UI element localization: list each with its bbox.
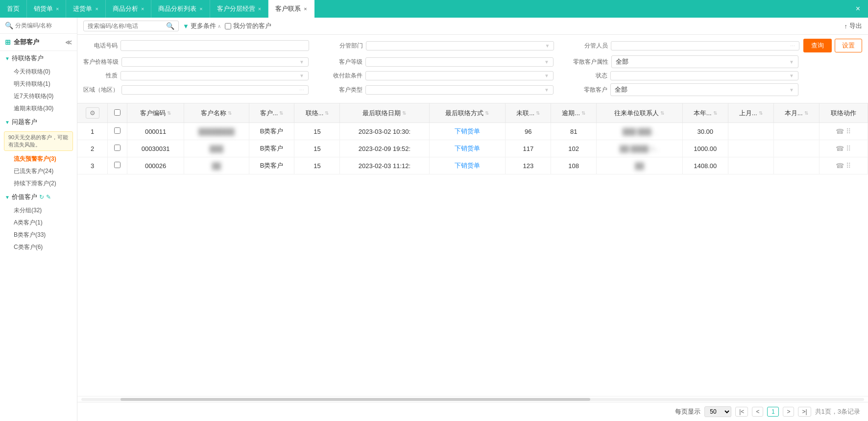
col-last-date[interactable]: 最后联络日期⇅ [340,103,429,123]
col-no-contact[interactable]: 未联...⇅ [506,103,551,123]
sidebar-group-problem-title[interactable]: ▼ 问题客户 [0,115,77,129]
zero-attr-label: 零散客户属性 [573,58,608,66]
more-action-icon[interactable]: ⠿ [846,162,851,170]
sidebar-item-class-b[interactable]: B类客户(33) [9,229,77,241]
table-row: 1 000011 ████████ B类客户 15 2023-03-02 10:… [77,123,868,140]
cell-last-date: 2023-03-02 10:30: [340,123,429,140]
window-close-button[interactable]: × [848,4,868,13]
close-icon[interactable]: × [141,6,144,12]
cell-this-month [773,140,819,157]
col-unit-contact[interactable]: 往来单位联系人⇅ [597,103,683,123]
row-checkbox[interactable] [114,127,121,134]
tab-analysis[interactable]: 商品分析 × [106,0,151,18]
sidebar-group-pending: ▼ 待联络客户 今天待联络(0) 明天待联络(1) 近7天待联络(0) 逾期未联… [0,51,77,115]
more-action-icon[interactable]: ⠿ [846,127,851,135]
sidebar-item-churn-warning[interactable]: 流失预警客户(3) [9,153,77,165]
close-icon[interactable]: × [56,6,59,12]
sidebar-item-declining[interactable]: 持续下滑客户(2) [9,177,77,190]
cell-no: 2 [77,140,108,157]
my-customers-check[interactable] [225,23,231,29]
first-page-button[interactable]: |< [735,407,748,417]
status-select[interactable]: ▼ [610,71,798,80]
zero-customer-select[interactable]: 全部 ▼ [610,83,798,96]
cell-contact-count: 15 [294,157,340,174]
zero-attr-select[interactable]: 全部 ▼ [611,55,798,68]
zero-customer-label: 零散客户 [573,86,607,94]
sidebar-item-ungrouped[interactable]: 未分组(32) [9,204,77,217]
customer-level-label: 客户等级 [328,58,362,66]
gear-button[interactable]: ⚙ [86,107,99,119]
close-icon[interactable]: × [199,6,202,12]
col-name[interactable]: 客户名称⇅ [184,103,249,123]
prev-page-button[interactable]: < [752,407,763,417]
select-all-checkbox[interactable] [114,109,121,116]
tab-analysis-list[interactable]: 商品分析列表 × [151,0,210,18]
sidebar-item-churned[interactable]: 已流失客户(24) [9,165,77,177]
sidebar-item-today[interactable]: 今天待联络(0) [9,66,77,78]
close-icon[interactable]: × [95,6,98,12]
sidebar-item-overdue[interactable]: 逾期未联络(30) [9,102,77,115]
tab-home[interactable]: 首页 [0,0,27,18]
contact-icon[interactable]: ☎ [836,127,844,135]
col-last-method[interactable]: 最后联络方式⇅ [429,103,506,123]
tab-sales[interactable]: 销货单 × [27,0,66,18]
sort-icon: ⇅ [759,110,763,116]
col-last-month[interactable]: 上月...⇅ [728,103,773,123]
region-select[interactable]: ⋯ [121,85,309,95]
dept-select[interactable]: ▼ [366,41,555,50]
sidebar-item-week[interactable]: 近7天待联络(0) [9,90,77,102]
more-action-icon[interactable]: ⠿ [846,145,851,152]
cell-customer-type: B类客户 [249,157,294,174]
phone-input[interactable] [121,40,309,51]
nature-select[interactable]: ▼ [121,71,309,80]
row-checkbox[interactable] [114,162,121,168]
last-method-link[interactable]: 下销货单 [455,145,480,152]
sidebar-group-pending-title[interactable]: ▼ 待联络客户 [0,51,77,66]
sidebar-item-class-a[interactable]: A类客户(1) [9,217,77,229]
col-code[interactable]: 客户编码⇅ [127,103,184,123]
scrollbar-thumb[interactable] [121,398,590,401]
sidebar-search-input[interactable] [15,22,77,29]
sidebar-group-value-title[interactable]: ▼ 价值客户 ↻ ✎ [0,190,77,204]
col-this-year[interactable]: 本年...⇅ [682,103,728,123]
col-overdue[interactable]: 逾期...⇅ [551,103,597,123]
filter-zero-attr: 零散客户属性 全部 ▼ [573,55,798,68]
export-button[interactable]: ↑ 导出 [844,22,863,30]
search-button[interactable]: 🔍 [166,22,174,30]
filter-search-input[interactable] [88,23,166,29]
contact-icon[interactable]: ☎ [836,162,844,170]
payment-select[interactable]: ▼ [365,71,554,80]
query-button[interactable]: 查询 [803,39,832,52]
cell-actions: ☎ ⠿ [819,140,868,157]
customer-level-select[interactable]: ▼ [365,57,554,67]
sidebar-item-tomorrow[interactable]: 明天待联络(1) [9,78,77,90]
tab-customer-layer[interactable]: 客户分层经营 × [210,0,268,18]
close-icon[interactable]: × [304,6,307,12]
next-page-button[interactable]: > [783,407,794,417]
my-customers-checkbox[interactable]: 我分管的客户 [225,22,271,30]
edit-icon[interactable]: ✎ [46,194,51,200]
row-checkbox[interactable] [114,145,121,151]
collapse-icon[interactable]: ≪ [65,39,72,46]
sidebar-group-problem-items: 流失预警客户(3) 已流失客户(24) 持续下滑客户(2) [0,153,77,190]
cell-actions: ☎ ⠿ [819,157,868,174]
refresh-icon[interactable]: ↻ [39,194,44,200]
setting-button[interactable]: 设置 [835,39,862,52]
price-level-select[interactable]: ▼ [121,57,309,67]
col-contact-count[interactable]: 联络...⇅ [294,103,340,123]
cell-no-contact: 123 [506,157,551,174]
last-method-link[interactable]: 下销货单 [455,127,480,135]
close-icon[interactable]: × [258,6,261,12]
sidebar-item-class-c[interactable]: C类客户(6) [9,241,77,253]
col-this-month[interactable]: 本月...⇅ [773,103,819,123]
filter-more-conditions[interactable]: ▼ 更多条件 ∧ [183,22,221,30]
tab-customer-contact[interactable]: 客户联系 × [268,0,314,18]
contact-icon[interactable]: ☎ [836,145,844,152]
manager-select[interactable]: ⋯ [611,41,799,50]
page-size-select[interactable]: 50 100 200 [704,406,731,417]
last-method-link[interactable]: 下销货单 [455,162,480,169]
tab-purchase[interactable]: 进货单 × [66,0,105,18]
last-page-button[interactable]: >| [798,407,811,417]
customer-type-select[interactable]: ▼ [365,85,554,95]
col-customer-type[interactable]: 客户...⇅ [249,103,294,123]
